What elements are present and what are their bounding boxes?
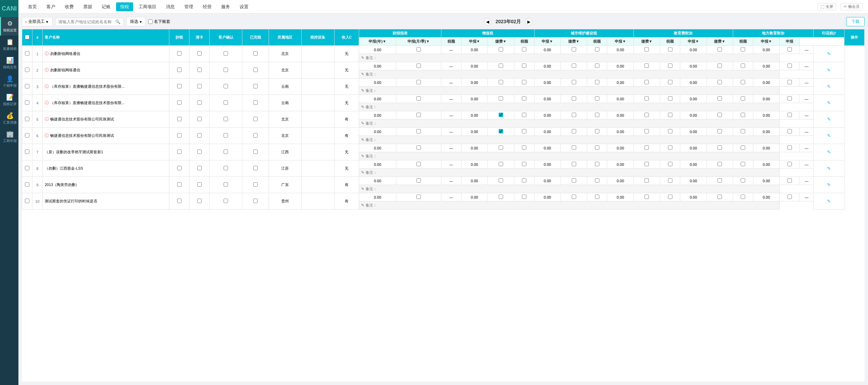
edu-pay-checkbox[interactable] <box>668 129 672 133</box>
sub-stamp-declare[interactable]: 申报▼ <box>753 38 779 46</box>
edit-button[interactable]: ✎ <box>827 51 831 56</box>
annual-checkbox[interactable] <box>416 113 421 117</box>
employee-filter-select[interactable]: ● 全部员工 ▾ <box>22 17 53 26</box>
nav-customer[interactable]: 客户 <box>42 2 59 11</box>
confirm-checkbox[interactable] <box>224 84 228 88</box>
local-declare-checkbox[interactable] <box>717 47 722 52</box>
city-declare-checkbox[interactable] <box>572 195 576 199</box>
edit-button[interactable]: ✎ <box>827 182 831 187</box>
city-declare-checkbox[interactable] <box>572 47 576 52</box>
city-pay-checkbox[interactable] <box>595 80 599 84</box>
annual-checkbox[interactable] <box>416 178 421 183</box>
sidebar-item-gongshang-nianbao[interactable]: 🏢 工商年报 <box>0 128 18 146</box>
confirm-checkbox[interactable] <box>224 166 228 170</box>
nav-settings[interactable]: 设置 <box>236 2 253 11</box>
annual-checkbox[interactable] <box>416 145 421 150</box>
chaoshui-checkbox[interactable] <box>177 100 182 105</box>
edu-declare-checkbox[interactable] <box>644 113 649 117</box>
stamp-declare-checkbox[interactable] <box>787 47 792 52</box>
city-pay-checkbox[interactable] <box>595 178 599 183</box>
nav-tax[interactable]: 报税 <box>116 2 133 11</box>
local-pay-checkbox[interactable] <box>741 145 745 150</box>
city-pay-checkbox[interactable] <box>595 47 599 52</box>
nav-business[interactable]: 工商项目 <box>134 2 160 11</box>
row-checkbox[interactable] <box>25 84 29 88</box>
sub-annual-report[interactable]: 申报(年)▼ <box>359 38 396 46</box>
city-declare-checkbox[interactable] <box>572 162 576 166</box>
city-declare-checkbox[interactable] <box>572 80 576 84</box>
city-pay-checkbox[interactable] <box>595 145 599 150</box>
row-checkbox[interactable] <box>25 133 29 138</box>
sub-city-pay[interactable]: 缴费▼ <box>560 38 587 46</box>
vat-declare-checkbox[interactable] <box>499 96 503 101</box>
row-checkbox[interactable] <box>25 117 29 121</box>
edu-pay-checkbox[interactable] <box>668 47 672 52</box>
edu-declare-checkbox[interactable] <box>644 63 649 68</box>
annual-checkbox[interactable] <box>416 129 421 133</box>
sub-edu-pay[interactable]: 缴费▼ <box>634 38 660 46</box>
local-declare-checkbox[interactable] <box>717 178 722 183</box>
stamp-declare-checkbox[interactable] <box>787 178 792 183</box>
vat-pay-checkbox[interactable] <box>522 195 526 199</box>
qingka-checkbox[interactable] <box>197 166 202 170</box>
confirm-checkbox[interactable] <box>224 149 228 154</box>
search-box[interactable]: 🔍 <box>55 18 124 26</box>
city-pay-checkbox[interactable] <box>595 162 599 166</box>
nav-accounting[interactable]: 记账 <box>98 2 115 11</box>
edu-declare-checkbox[interactable] <box>644 162 649 166</box>
sidebar-item-piliang-baoshui[interactable]: 📋 批量报税 <box>0 35 18 54</box>
confirm-checkbox[interactable] <box>224 117 228 121</box>
row-checkbox[interactable] <box>25 100 29 105</box>
annual-checkbox[interactable] <box>416 63 421 68</box>
row-checkbox[interactable] <box>25 182 29 187</box>
local-declare-checkbox[interactable] <box>717 195 722 199</box>
sub-vat-declare[interactable]: 申报▼ <box>461 38 487 46</box>
qingka-checkbox[interactable] <box>197 100 202 105</box>
chaoshui-checkbox[interactable] <box>177 199 182 203</box>
city-declare-checkbox[interactable] <box>572 63 576 68</box>
city-pay-checkbox[interactable] <box>595 195 599 199</box>
search-input[interactable] <box>58 19 114 24</box>
name-table-checkbox-label[interactable]: 名下账套 <box>148 19 170 25</box>
paid-checkbox[interactable] <box>253 149 258 154</box>
sub-monthly-report[interactable]: 申报(月/季)▼ <box>396 38 441 46</box>
qingka-checkbox[interactable] <box>197 182 202 187</box>
paid-checkbox[interactable] <box>253 100 258 105</box>
confirm-checkbox[interactable] <box>224 182 228 187</box>
chaoshui-checkbox[interactable] <box>177 68 182 72</box>
chaoshui-checkbox[interactable] <box>177 84 182 88</box>
vat-declare-checkbox[interactable] <box>499 129 503 133</box>
edit-button[interactable]: ✎ <box>827 133 831 138</box>
qingka-checkbox[interactable] <box>197 149 202 154</box>
edit-button[interactable]: ✎ <box>827 100 831 105</box>
nav-service[interactable]: 服务 <box>217 2 234 11</box>
edit-button[interactable]: ✎ <box>827 84 831 89</box>
chaoshui-checkbox[interactable] <box>177 117 182 121</box>
vat-pay-checkbox[interactable] <box>522 47 526 52</box>
stamp-declare-checkbox[interactable] <box>787 96 792 101</box>
local-declare-checkbox[interactable] <box>717 96 722 101</box>
vat-declare-checkbox[interactable] <box>499 47 503 52</box>
sub-local-declare[interactable]: 申报▼ <box>680 38 707 46</box>
nav-message[interactable]: 消息 <box>162 2 179 11</box>
city-pay-checkbox[interactable] <box>595 63 599 68</box>
edit-button[interactable]: ✎ <box>827 199 831 204</box>
vat-pay-checkbox[interactable] <box>522 113 526 117</box>
chaoshui-checkbox[interactable] <box>177 149 182 154</box>
vat-pay-checkbox[interactable] <box>522 145 526 150</box>
edu-declare-checkbox[interactable] <box>644 145 649 150</box>
local-pay-checkbox[interactable] <box>741 96 745 101</box>
stamp-declare-checkbox[interactable] <box>787 145 792 150</box>
download-button[interactable]: 下载 <box>846 17 865 26</box>
local-pay-checkbox[interactable] <box>741 63 745 68</box>
vat-declare-checkbox[interactable] <box>499 195 503 199</box>
local-declare-checkbox[interactable] <box>717 63 722 68</box>
local-pay-checkbox[interactable] <box>741 129 745 133</box>
chaoshui-checkbox[interactable] <box>177 133 182 138</box>
paid-checkbox[interactable] <box>253 182 258 187</box>
chaoshui-checkbox[interactable] <box>177 51 182 56</box>
paid-checkbox[interactable] <box>253 51 258 56</box>
annual-checkbox[interactable] <box>416 80 421 84</box>
sub-vat-pay[interactable]: 缴费▼ <box>488 38 514 46</box>
nav-manage[interactable]: 管理 <box>180 2 197 11</box>
